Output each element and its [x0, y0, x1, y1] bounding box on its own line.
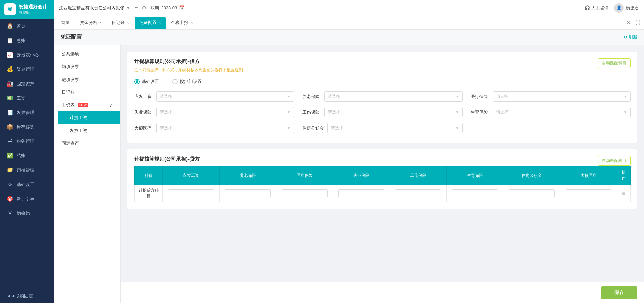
- user-name: 畅捷通: [626, 5, 639, 11]
- tab-voucher-config[interactable]: 凭证配置 ×: [135, 17, 166, 29]
- select-major-medical[interactable]: 请选择 ▼: [156, 123, 294, 133]
- select-work-injury[interactable]: 请选择 ▼: [324, 107, 462, 117]
- cell-unemployment[interactable]: [333, 185, 390, 202]
- input-major-medical[interactable]: [566, 189, 611, 197]
- refresh-button[interactable]: ↻ 刷新: [624, 34, 637, 40]
- delete-row-icon[interactable]: 🗑: [622, 191, 626, 196]
- auto-match-debit-button[interactable]: 自动匹配科目: [598, 58, 631, 68]
- select-medical[interactable]: 请选择 ▼: [493, 91, 631, 102]
- menu-item-accrue-salary[interactable]: 计提工资: [58, 111, 120, 124]
- menu-item-sales-invoice[interactable]: 销项发票: [54, 60, 120, 73]
- add-tab-button[interactable]: +: [134, 4, 138, 11]
- cell-maternity[interactable]: [446, 185, 503, 202]
- salary-icon: 💵: [7, 95, 13, 101]
- cell-pension[interactable]: [219, 185, 276, 202]
- credit-section: 计提核算规则(公司承担)-贷方 自动匹配科目 科目 应发工资 养老保险 医疗保险: [127, 149, 637, 209]
- period-selector[interactable]: 账期 2023-03 📅: [150, 5, 184, 11]
- menu-group-payroll[interactable]: 工资表 NEW ∨: [54, 99, 120, 111]
- table-header-row: 科目 应发工资 养老保险 医疗保险 失业保险 工伤保险 生育保险 住房公积金 大: [135, 166, 631, 185]
- sidebar-item-settings[interactable]: ⚙ 基础设置: [0, 177, 54, 192]
- input-medical[interactable]: [282, 189, 328, 197]
- select-maternity[interactable]: 请选择 ▼: [493, 107, 631, 117]
- support-button[interactable]: 🎧 人工咨询: [585, 5, 609, 11]
- tab-tax-return[interactable]: 个税申报 ×: [166, 17, 198, 29]
- label-pension: 养老保险: [302, 94, 321, 100]
- cell-medical[interactable]: [276, 185, 333, 202]
- user-menu[interactable]: 👤 畅捷通: [614, 3, 639, 13]
- sidebar-label-member: 畅会员: [17, 210, 30, 216]
- tab-home-label: 首页: [61, 20, 70, 26]
- cell-work-injury[interactable]: [390, 185, 446, 202]
- menu-item-public[interactable]: 公共选项: [54, 48, 120, 60]
- radio-group: 基础设置 按部门设置: [134, 79, 631, 85]
- close-tab-icon[interactable]: ✕: [625, 19, 632, 27]
- cell-housing[interactable]: [503, 185, 560, 202]
- settings-gear-icon[interactable]: ⚙: [142, 5, 146, 11]
- company-name: 江西服宝精品有限责任公司内账张: [59, 5, 124, 11]
- menu-item-pay-salary[interactable]: 发放工资: [58, 124, 120, 137]
- select-maternity-placeholder: 请选择: [496, 109, 508, 115]
- sidebar-item-capital[interactable]: 💰 资金管理: [0, 62, 54, 77]
- sidebar-unpin[interactable]: ◄◄取消固定: [0, 289, 54, 303]
- sidebar-item-member[interactable]: V 畅会员: [0, 206, 54, 220]
- sidebar-item-guide[interactable]: 🎯 新手引导: [0, 192, 54, 206]
- menu-item-journal[interactable]: 日记账: [54, 86, 120, 99]
- sidebar-label-settings: 基础设置: [17, 182, 34, 188]
- main-content: 自动匹配科目 计提核算规则(公司承担)-借方 注：只能选择一种方式，系统将按照您…: [121, 45, 644, 303]
- field-major-medical: 大额医疗 请选择 ▼: [134, 123, 294, 133]
- radio-dept[interactable]: 按部门设置: [172, 79, 202, 85]
- input-housing[interactable]: [509, 189, 555, 197]
- input-unemployment[interactable]: [338, 189, 384, 197]
- tab-home[interactable]: 首页: [56, 17, 74, 29]
- sidebar-item-close[interactable]: ✅ 结账: [0, 148, 54, 163]
- archive-icon: 📁: [7, 167, 13, 173]
- auto-match-credit-button[interactable]: 自动匹配科目: [598, 156, 631, 166]
- input-pension[interactable]: [225, 189, 271, 197]
- select-pension[interactable]: 请选择 ▼: [324, 91, 462, 102]
- tab-journal-close-icon[interactable]: ×: [127, 20, 129, 25]
- cell-major-medical[interactable]: [560, 185, 617, 202]
- tab-capital-analysis[interactable]: 资金分析 ×: [75, 17, 106, 29]
- cell-gross[interactable]: [163, 185, 219, 202]
- label-unemployment: 失业保险: [134, 109, 153, 115]
- expand-tab-icon[interactable]: ⛶: [634, 19, 641, 27]
- company-selector[interactable]: 江西服宝精品有限责任公司内账张 ▼: [59, 5, 130, 11]
- tab-tax-return-close-icon[interactable]: ×: [191, 20, 193, 25]
- sidebar-item-home[interactable]: 🏠 首页: [0, 19, 54, 33]
- tab-voucher-config-close-icon[interactable]: ×: [159, 20, 161, 25]
- new-badge: NEW: [78, 103, 88, 107]
- radio-basic[interactable]: 基础设置: [134, 79, 159, 85]
- tab-capital-analysis-close-icon[interactable]: ×: [99, 20, 102, 25]
- radio-dept-circle: [172, 79, 178, 84]
- sidebar-item-invoice[interactable]: 🧾 发票管理: [0, 105, 54, 120]
- menu-item-fixed-assets[interactable]: 固定资产: [54, 137, 120, 150]
- col-pension: 养老保险: [219, 166, 276, 185]
- select-gross-salary[interactable]: 请选择 ▼: [156, 91, 294, 102]
- sidebar-item-inventory[interactable]: 📦 库存核算: [0, 120, 54, 134]
- menu-group-payroll-inner: 工资表 NEW: [62, 102, 88, 108]
- company-chevron-icon: ▼: [126, 6, 130, 10]
- sidebar-item-salary[interactable]: 💵 工资: [0, 91, 54, 105]
- sidebar-item-assets[interactable]: 🏭 固定资产: [0, 77, 54, 91]
- input-gross[interactable]: [168, 189, 214, 197]
- select-housing-fund[interactable]: 请选择 ▼: [327, 123, 462, 133]
- tab-journal[interactable]: 日记账 ×: [107, 17, 134, 29]
- settings-icon: ⚙: [7, 181, 13, 188]
- input-work-injury[interactable]: [395, 189, 441, 197]
- sidebar-item-ledger[interactable]: 📋 总账: [0, 33, 54, 48]
- sidebar-item-tax[interactable]: 🏛 税务管理: [0, 134, 54, 148]
- close-period-icon: ✅: [7, 152, 13, 159]
- avatar-icon: 👤: [616, 5, 622, 10]
- field-unemployment: 失业保险 请选择 ▼: [134, 107, 294, 117]
- sidebar-item-archive[interactable]: 📁 归档管理: [0, 163, 54, 177]
- select-unemployment[interactable]: 请选择 ▼: [156, 107, 294, 117]
- debit-notice: 注：只能选择一种方式，系统将按照您当前的选择来配置规则: [134, 67, 631, 73]
- menu-item-purchase-invoice[interactable]: 进项发票: [54, 73, 120, 86]
- sidebar-item-report[interactable]: 📈 云报表中心: [0, 48, 54, 62]
- menu-label-public: 公共选项: [62, 51, 79, 56]
- input-maternity[interactable]: [452, 189, 498, 197]
- save-button[interactable]: 保存: [601, 286, 637, 299]
- headset-icon: 🎧: [585, 5, 590, 10]
- select-unemployment-placeholder: 请选择: [160, 109, 172, 115]
- debit-section: 自动匹配科目 计提核算规则(公司承担)-借方 注：只能选择一种方式，系统将按照您…: [127, 52, 637, 143]
